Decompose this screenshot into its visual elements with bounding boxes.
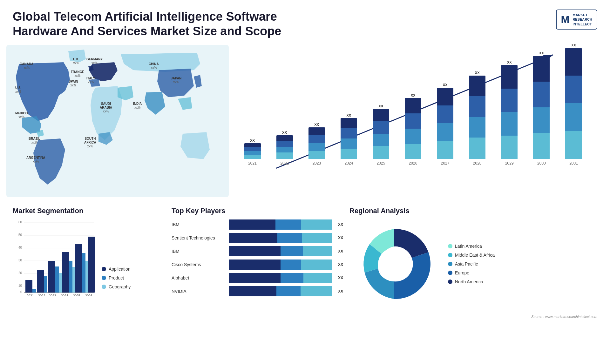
player-row-1: Sentient TechnologiesXX	[172, 233, 343, 243]
legend-dot-asia-pacific	[448, 262, 452, 266]
map-label-argentina: ARGENTINAxx%	[26, 156, 45, 164]
bar-segment-0	[565, 48, 582, 76]
svg-text:20: 20	[18, 271, 22, 275]
key-players-section: Top Key Players IBMXXSentient Technologi…	[172, 207, 343, 308]
svg-rect-18	[32, 289, 36, 293]
map-label-italy: ITALYxx%	[86, 77, 95, 84]
bar-segment-1	[373, 121, 389, 134]
bar-segment-0	[341, 118, 357, 128]
bar-segment-3	[469, 138, 485, 159]
bar-segment-3	[565, 131, 582, 159]
world-map	[6, 42, 229, 200]
legend-dot-europe	[448, 271, 452, 275]
bar-group-2027: XX2027	[431, 83, 459, 165]
player-bar-seg-2	[303, 246, 332, 256]
player-bar-seg-0	[229, 273, 281, 283]
legend-dot-product	[102, 276, 106, 280]
svg-rect-24	[62, 252, 69, 293]
bar-segment-3	[276, 152, 293, 159]
bar-segment-2	[308, 143, 325, 151]
bar-segment-1	[244, 147, 261, 151]
bar-group-2029: XX2029	[495, 60, 524, 165]
bar-segment-2	[469, 117, 485, 138]
player-bar-1	[229, 233, 332, 243]
bar-group-2025: XX2025	[367, 104, 395, 165]
player-row-3: Cisco SystemsXX	[172, 260, 343, 270]
segmentation-section: Market Segmentation 60 50 40 30 20 10 0	[13, 207, 165, 308]
player-bar-3	[229, 260, 332, 270]
bar-segment-0	[373, 109, 389, 121]
svg-text:10: 10	[18, 284, 22, 287]
map-label-japan: JAPANxx%	[171, 77, 181, 84]
logo-box: M MARKET RESEARCH INTELLECT	[556, 10, 597, 30]
legend-europe: Europe	[448, 270, 495, 275]
bar-segment-3	[437, 141, 453, 159]
player-bar-seg-2	[302, 233, 332, 243]
donut-chart	[349, 219, 438, 308]
top-section: CANADAxx% U.S.xx% MEXICOxx% BRAZILxx% AR…	[0, 42, 610, 200]
bar-segment-0	[308, 127, 325, 135]
svg-rect-23	[59, 273, 62, 293]
legend-geography: Geography	[102, 284, 131, 289]
bar-segment-2	[437, 123, 453, 141]
bar-segment-2	[341, 138, 357, 149]
player-bar-2	[229, 246, 332, 256]
source-text: Source : www.marketresearchintellect.com	[0, 315, 610, 322]
segmentation-title: Market Segmentation	[13, 207, 165, 215]
bar-segment-1	[533, 82, 550, 107]
player-bar-seg-2	[301, 286, 332, 296]
bar-segment-0	[244, 143, 261, 147]
bar-segment-1	[276, 141, 293, 147]
legend-dot-geography	[102, 285, 106, 289]
player-bar-seg-0	[229, 219, 275, 230]
player-bar-5	[229, 286, 332, 296]
bar-segment-1	[308, 135, 325, 143]
map-label-china: CHINAxx%	[149, 62, 159, 70]
regional-content: Latin America Middle East & Africa Asia …	[349, 219, 597, 308]
logo-letter: M	[561, 14, 570, 25]
donut-svg	[349, 219, 438, 308]
svg-rect-21	[48, 261, 55, 293]
segmentation-chart: 60 50 40 30 20 10 0	[13, 219, 95, 296]
map-label-uk: U.K.xx%	[73, 57, 79, 65]
seg-legend: Application Product Geography	[102, 266, 131, 296]
legend-application: Application	[102, 266, 131, 272]
bottom-section: Market Segmentation 60 50 40 30 20 10 0	[0, 200, 610, 315]
bar-group-2021: XX2021	[238, 138, 267, 165]
player-bar-seg-0	[229, 260, 281, 270]
player-row-5: NVIDIAXX	[172, 286, 343, 296]
svg-point-38	[378, 248, 410, 280]
legend-mea: Middle East & Africa	[448, 253, 495, 258]
map-label-germany: GERMANYxx%	[86, 57, 103, 65]
logo-text: MARKET RESEARCH INTELLECT	[573, 13, 592, 26]
bar-group-2023: XX2023	[302, 123, 331, 165]
bar-chart-container: XX2021XX2022XX2023XX2024XX2025XX2026XX20…	[229, 42, 604, 200]
map-label-saudi: SAUDIARABIAxx%	[100, 102, 112, 113]
logo-area: M MARKET RESEARCH INTELLECT	[556, 10, 597, 30]
map-label-india: INDIAxx%	[133, 102, 142, 110]
page-title: Global Telecom Artificial Intelligence S…	[13, 10, 299, 38]
svg-rect-17	[25, 280, 32, 293]
bar-group-2022: XX2022	[270, 131, 299, 165]
seg-chart-svg: 60 50 40 30 20 10 0	[13, 219, 95, 296]
bar-segment-1	[565, 76, 582, 103]
svg-text:50: 50	[18, 233, 22, 237]
player-bar-seg-2	[301, 260, 332, 270]
map-label-brazil: BRAZILxx%	[29, 137, 40, 145]
player-row-4: AlphabetXX	[172, 273, 343, 283]
bar-group-2030: XX2030	[527, 51, 556, 165]
svg-rect-25	[69, 261, 72, 293]
bar-segment-3	[244, 155, 261, 159]
bar-segment-0	[469, 76, 485, 96]
legend-dot-north-america	[448, 280, 452, 284]
bar-chart-area: XX2021XX2022XX2023XX2024XX2025XX2026XX20…	[235, 45, 591, 178]
bar-segment-3	[405, 144, 421, 159]
bar-segment-2	[405, 129, 421, 144]
bar-segment-2	[244, 151, 261, 155]
svg-rect-28	[82, 253, 85, 293]
bar-segment-0	[437, 88, 453, 105]
player-bar-seg-2	[303, 273, 332, 283]
bar-segment-1	[341, 128, 357, 138]
bar-segment-2	[565, 103, 582, 131]
bar-segment-0	[533, 56, 550, 82]
